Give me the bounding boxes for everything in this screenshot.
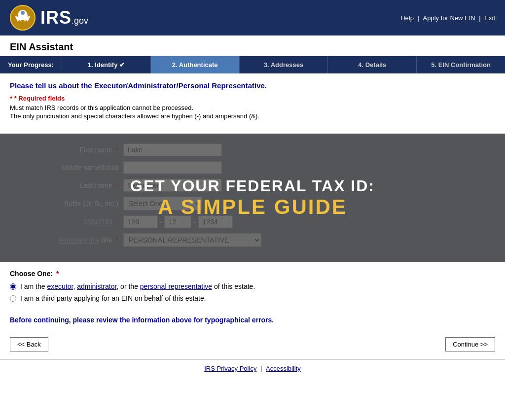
choose-one-label: Choose One: *: [10, 270, 495, 278]
step-identify[interactable]: 1. Identify ✔: [62, 56, 150, 73]
choose-section: Choose One: * I am the executor, adminis…: [0, 262, 505, 311]
irs-eagle-icon: [10, 5, 36, 31]
apply-link[interactable]: Apply for New EIN: [423, 14, 475, 22]
ssn-sep2: -: [193, 217, 196, 226]
suffix-label: Suffix (Jr, Sr, etc.): [20, 200, 118, 208]
ssn-sep1: -: [160, 217, 162, 226]
middle-name-label-text: Middle name/initial: [61, 164, 118, 172]
fiduciary-label: Fiduciary title title *: [20, 236, 118, 244]
first-name-row: First name *: [20, 143, 485, 156]
ssn-link[interactable]: SSN/ITIN: [83, 218, 112, 226]
logo-area: IRS.gov: [10, 5, 88, 31]
suffix-label-text: Suffix (Jr, Sr, etc.): [64, 200, 118, 208]
first-name-label: First name *: [20, 146, 118, 154]
step-addresses[interactable]: 3. Addresses: [239, 56, 328, 73]
sep1: |: [418, 14, 421, 22]
first-name-star: *: [116, 146, 118, 154]
middle-name-row: Middle name/initial: [20, 161, 485, 174]
logo-gov: .gov: [72, 16, 88, 26]
radio-third-party[interactable]: [10, 295, 16, 302]
required-note-text: * Required fields: [14, 95, 65, 102]
sep2: |: [479, 14, 482, 22]
suffix-row: Suffix (Jr, Sr, etc.) Select One Jr Sr I…: [20, 197, 485, 210]
svg-point-3: [21, 11, 25, 15]
first-name-label-text: First name: [80, 146, 112, 154]
administrator-link[interactable]: administrator: [77, 282, 116, 290]
suffix-select[interactable]: Select One Jr Sr II III IV: [123, 197, 202, 210]
punctuation-note: The only punctuation and special charact…: [10, 112, 495, 120]
ssn-part3-input[interactable]: [198, 215, 233, 228]
intro-title: Please tell us about the Executor/Admini…: [10, 81, 495, 90]
footer: IRS Privacy Policy | Accessibility: [0, 359, 505, 377]
last-name-label: Last name *: [20, 181, 118, 189]
button-row: << Back Continue >>: [0, 332, 505, 359]
radio-row-2: I am a third party applying for an EIN o…: [10, 294, 495, 302]
fiduciary-title-word: title: [102, 236, 112, 244]
personal-representative-link[interactable]: personal representative: [140, 282, 212, 290]
choose-star: *: [56, 270, 59, 278]
required-note: * * Required fields: [10, 95, 495, 102]
help-link[interactable]: Help: [400, 14, 414, 22]
back-button[interactable]: << Back: [10, 337, 48, 351]
step-details[interactable]: 4. Details: [327, 56, 416, 73]
fiduciary-link[interactable]: Fiduciary title: [59, 236, 100, 244]
exit-link[interactable]: Exit: [484, 14, 495, 22]
step-authenticate[interactable]: 2. Authenticate: [150, 56, 239, 73]
ssn-part2-input[interactable]: [164, 215, 191, 228]
last-name-input[interactable]: [123, 179, 222, 192]
match-note: Must match IRS records or this applicati…: [10, 104, 495, 111]
ssn-part1-input[interactable]: [123, 215, 158, 228]
middle-name-input[interactable]: [123, 161, 222, 174]
page-header: IRS.gov Help | Apply for New EIN | Exit: [0, 0, 505, 35]
last-name-row: Last name *: [20, 179, 485, 192]
ssn-row: SSN/ITIN * - -: [20, 215, 485, 228]
fiduciary-star: *: [116, 236, 118, 244]
privacy-link[interactable]: IRS Privacy Policy: [204, 365, 256, 372]
last-name-star: *: [116, 181, 118, 189]
continue-button[interactable]: Continue >>: [445, 337, 495, 351]
star-icon: *: [10, 95, 14, 102]
header-links: Help | Apply for New EIN | Exit: [400, 14, 495, 22]
ssn-label: SSN/ITIN *: [20, 218, 118, 226]
radio-row-1: I am the executor, administrator, or the…: [10, 282, 495, 290]
page-title-bar: EIN Assistant: [0, 35, 505, 56]
choose-label-text: Choose One:: [10, 270, 53, 278]
logo-irs: IRS: [40, 7, 72, 28]
warning-text: Before continuing, please review the inf…: [0, 311, 505, 332]
fiduciary-row: Fiduciary title title * PERSONAL REPRESE…: [20, 233, 485, 247]
footer-sep: |: [260, 365, 264, 372]
accessibility-link[interactable]: Accessibility: [266, 365, 301, 372]
progress-label: Your Progress:: [0, 56, 62, 73]
ssn-group: - -: [123, 215, 233, 228]
page-title: EIN Assistant: [10, 41, 73, 52]
progress-bar: Your Progress: 1. Identify ✔ 2. Authenti…: [0, 56, 505, 73]
ssn-star: *: [116, 218, 118, 226]
step-confirmation[interactable]: 5. EIN Confirmation: [416, 56, 505, 73]
executor-link[interactable]: executor: [47, 282, 73, 290]
radio-executor[interactable]: [10, 283, 16, 290]
first-name-input[interactable]: [123, 143, 222, 156]
main-content: Please tell us about the Executor/Admini…: [0, 73, 505, 134]
radio1-label: I am the executor, administrator, or the…: [20, 282, 255, 290]
logo-text-group: IRS.gov: [40, 7, 88, 28]
form-section: GET YOUR FEDERAL TAX ID: A SIMPLE GUIDE …: [0, 134, 505, 262]
middle-name-label: Middle name/initial: [20, 164, 118, 172]
fiduciary-select[interactable]: PERSONAL REPRESENTATIVE EXECUTOR ADMINIS…: [123, 233, 261, 247]
radio2-label: I am a third party applying for an EIN o…: [20, 294, 206, 302]
last-name-label-text: Last name: [80, 181, 112, 189]
